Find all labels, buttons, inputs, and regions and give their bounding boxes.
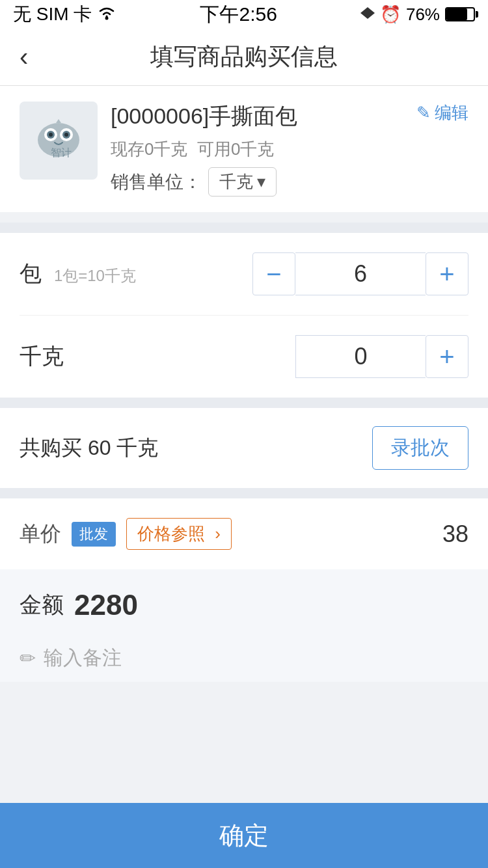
product-name: [0000006]手撕面包 [111, 102, 468, 131]
price-label: 单价 [20, 520, 61, 549]
pencil-icon: ✏ [20, 647, 36, 670]
svg-point-8 [64, 133, 68, 137]
section-divider-1 [0, 223, 488, 233]
product-image: 智计 [20, 102, 98, 180]
product-logo: 智计 [33, 114, 85, 167]
unit-selector[interactable]: 千克 ▾ [208, 167, 277, 197]
alarm-icon: ⏰ [380, 5, 401, 25]
nav-bar: ‹ 填写商品购买信息 [0, 29, 488, 86]
battery-icon [445, 7, 475, 21]
quantity-label-bao: 包 1包=10千克 [20, 259, 136, 289]
price-value: 38 [442, 521, 468, 548]
svg-text:智计: 智计 [51, 147, 72, 158]
quantity-row-bao: 包 1包=10千克 − + [20, 233, 468, 316]
edit-icon: ✎ [416, 103, 431, 123]
back-button[interactable]: ‹ [20, 42, 28, 72]
remark-row[interactable]: ✏ 输入备注 [20, 634, 468, 682]
status-right: ⏰ 76% [360, 5, 475, 25]
section-divider-3 [0, 488, 488, 498]
battery-percent: 76% [406, 5, 440, 25]
increment-kg-button[interactable]: + [426, 335, 468, 378]
decrement-bao-button[interactable]: − [252, 252, 295, 295]
amount-value: 2280 [74, 589, 138, 621]
svg-point-0 [105, 17, 109, 20]
main-content: 智计 [0000006]手撕面包 现存0千克 可用0千克 销售单位： 千克 ▾ … [0, 86, 488, 868]
price-badge: 批发 [72, 522, 116, 547]
product-info: [0000006]手撕面包 现存0千克 可用0千克 销售单位： 千克 ▾ [111, 102, 468, 197]
svg-marker-1 [360, 7, 375, 19]
wifi-icon [97, 4, 116, 25]
quantity-kg-input[interactable] [295, 335, 426, 378]
batch-button[interactable]: 录批次 [372, 426, 468, 470]
amount-label: 金额 [20, 590, 64, 620]
carrier-label: 无 SIM 卡 [13, 2, 92, 27]
chevron-right-icon: › [215, 524, 221, 544]
price-reference-button[interactable]: 价格参照 › [126, 518, 232, 550]
increment-bao-button[interactable]: + [426, 252, 468, 295]
chevron-down-icon: ▾ [257, 172, 265, 192]
summary-text: 共购买 60 千克 [20, 434, 158, 463]
product-card: 智计 [0000006]手撕面包 现存0千克 可用0千克 销售单位： 千克 ▾ … [0, 86, 488, 212]
amount-section: 金额 2280 ✏ 输入备注 [0, 569, 488, 682]
edit-button[interactable]: ✎ 编辑 [416, 102, 468, 124]
location-icon [360, 5, 375, 25]
status-bar: 无 SIM 卡 下午2:56 ⏰ 76% [0, 0, 488, 29]
quantity-label-kg: 千克 [20, 342, 64, 372]
quantity-bao-input[interactable] [295, 252, 426, 295]
confirm-label: 确定 [219, 819, 269, 852]
quantity-row-kg: 千克 + [20, 316, 468, 398]
confirm-button[interactable]: 确定 [0, 803, 488, 868]
status-left: 无 SIM 卡 [13, 2, 116, 27]
quantity-control-kg: + [295, 335, 468, 378]
quantity-control-bao: − + [252, 252, 468, 295]
svg-marker-9 [56, 119, 61, 123]
product-unit-row: 销售单位： 千克 ▾ [111, 167, 468, 197]
section-divider-2 [0, 398, 488, 408]
amount-row: 金额 2280 [20, 589, 468, 621]
remark-placeholder: 输入备注 [44, 645, 122, 671]
price-row: 单价 批发 价格参照 › 38 [0, 498, 488, 569]
svg-point-7 [49, 133, 53, 137]
page-title: 填写商品购买信息 [150, 41, 338, 73]
product-stock: 现存0千克 可用0千克 [111, 138, 468, 161]
status-time: 下午2:56 [200, 1, 277, 28]
summary-section: 共购买 60 千克 录批次 [0, 408, 488, 488]
quantity-section: 包 1包=10千克 − + 千克 + [0, 233, 488, 398]
